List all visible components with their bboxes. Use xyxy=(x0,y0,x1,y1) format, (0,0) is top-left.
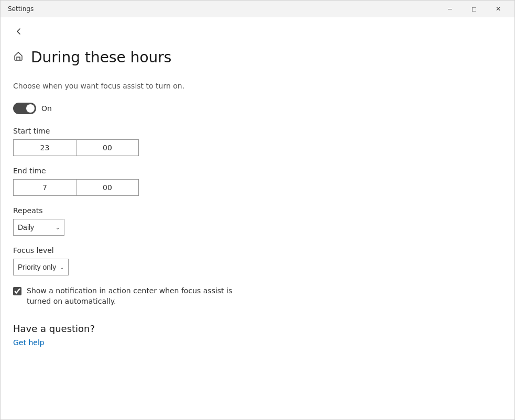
start-time-group: Start time 23 00 xyxy=(13,127,502,156)
home-icon xyxy=(13,51,24,64)
minimize-button[interactable] xyxy=(438,1,462,17)
get-help-link[interactable]: Get help xyxy=(13,338,45,347)
repeats-chevron-icon: ⌄ xyxy=(56,225,60,230)
notification-label: Show a notification in action center whe… xyxy=(27,286,252,306)
main-content: Choose when you want focus assist to tur… xyxy=(1,76,514,360)
toggle-row: On xyxy=(13,103,502,114)
titlebar-title: Settings xyxy=(8,5,34,13)
maximize-button[interactable] xyxy=(462,1,486,17)
start-hour-input[interactable]: 23 xyxy=(13,139,76,156)
toggle-label: On xyxy=(41,104,52,113)
focus-level-select[interactable]: Priority only Alarms only xyxy=(18,263,57,271)
notification-checkbox[interactable] xyxy=(13,287,21,295)
content-area: During these hours Choose when you want … xyxy=(1,17,514,419)
nav-bar xyxy=(1,17,514,43)
focus-assist-toggle[interactable] xyxy=(13,103,36,114)
page-title: During these hours xyxy=(31,49,171,66)
titlebar: Settings xyxy=(1,1,514,17)
repeats-group: Repeats Daily Weekdays Weekends ⌄ xyxy=(13,206,502,236)
focus-level-group: Focus level Priority only Alarms only ⌄ xyxy=(13,246,502,275)
description-text: Choose when you want focus assist to tur… xyxy=(13,82,502,90)
titlebar-controls xyxy=(438,1,510,17)
back-button[interactable] xyxy=(11,24,27,39)
start-time-inputs: 23 00 xyxy=(13,139,502,156)
minimize-icon xyxy=(448,5,452,13)
end-time-label: End time xyxy=(13,167,502,175)
notification-checkbox-row: Show a notification in action center whe… xyxy=(13,286,502,306)
page-header: During these hours xyxy=(1,43,514,76)
end-minute-input[interactable]: 00 xyxy=(76,179,139,196)
help-title: Have a question? xyxy=(13,323,502,334)
close-icon xyxy=(496,5,501,13)
maximize-icon xyxy=(472,5,476,13)
help-section: Have a question? Get help xyxy=(13,323,502,347)
end-time-inputs: 7 00 xyxy=(13,179,502,196)
back-arrow-icon xyxy=(16,28,22,35)
focus-level-chevron-icon: ⌄ xyxy=(60,264,64,270)
start-time-label: Start time xyxy=(13,127,502,135)
end-hour-input[interactable]: 7 xyxy=(13,179,76,196)
repeats-label: Repeats xyxy=(13,206,502,215)
end-time-group: End time 7 00 xyxy=(13,167,502,196)
focus-level-label: Focus level xyxy=(13,246,502,255)
repeats-dropdown-wrapper[interactable]: Daily Weekdays Weekends ⌄ xyxy=(13,219,64,236)
toggle-thumb xyxy=(26,104,35,113)
repeats-select[interactable]: Daily Weekdays Weekends xyxy=(18,223,52,231)
close-button[interactable] xyxy=(486,1,510,17)
start-minute-input[interactable]: 00 xyxy=(76,139,139,156)
focus-level-dropdown-wrapper[interactable]: Priority only Alarms only ⌄ xyxy=(13,259,69,275)
settings-window: Settings xyxy=(0,0,515,420)
